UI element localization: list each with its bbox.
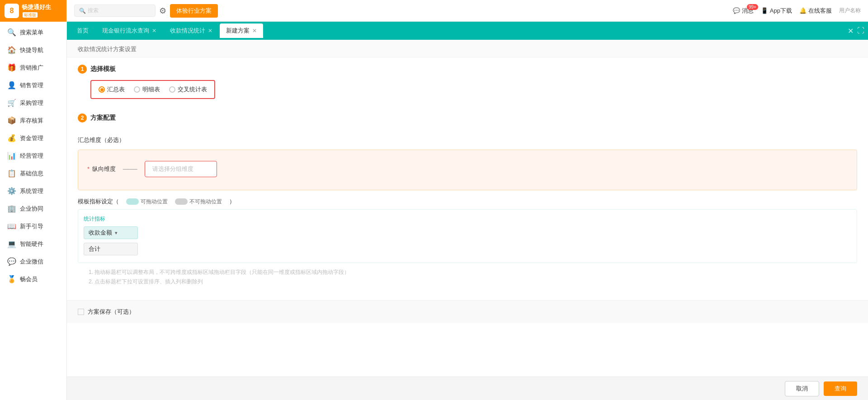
step1-title: 选择模板 xyxy=(90,65,116,73)
tab-receipt-stats-close[interactable]: ✕ xyxy=(208,28,212,34)
sidebar-item-finance[interactable]: 💰 资金管理 xyxy=(0,129,66,147)
content-area: 收款情况统计方案设置 1 选择模板 汇总表 明 xyxy=(67,40,868,400)
cancel-button[interactable]: 取消 xyxy=(785,381,819,396)
sidebar-item-quick-nav[interactable]: 🏠 快捷导航 xyxy=(0,41,66,59)
message-area[interactable]: 💬 消息 99+ xyxy=(733,7,754,15)
tab-receipt-stats[interactable]: 收款情况统计 ✕ xyxy=(164,24,219,38)
sidebar-item-search[interactable]: 🔍 搜索菜单 xyxy=(0,24,66,41)
template-cross[interactable]: 交叉统计表 xyxy=(169,85,207,94)
tab-new-plan[interactable]: 新建方案 ✕ xyxy=(220,24,263,38)
person-icon: 👤 xyxy=(7,81,16,89)
radio-detail-circle xyxy=(134,86,140,93)
header-settings-icon[interactable]: ⚙ xyxy=(159,6,166,16)
trial-industry-button[interactable]: 体验行业方案 xyxy=(170,4,218,18)
logo-badge: 标准版 xyxy=(23,12,38,18)
save-checkbox[interactable] xyxy=(78,309,84,315)
download-icon: 📱 xyxy=(761,7,768,14)
sidebar-item-label: 库存核算 xyxy=(20,117,43,125)
tab-home[interactable]: 首页 xyxy=(71,24,95,38)
sidebar-item-hardware[interactable]: 💻 智能硬件 xyxy=(0,235,66,253)
dimension-area: * 纵向维度 —— 请选择分组维度 xyxy=(78,150,857,190)
draggable-label: 可拖动位置 xyxy=(141,198,168,206)
sidebar-item-inventory[interactable]: 📦 库存核算 xyxy=(0,112,66,129)
tab-bar-right: ✕ ⛶ xyxy=(848,27,864,35)
sidebar-item-operation[interactable]: 📊 经营管理 xyxy=(0,147,66,165)
sidebar-item-label: 企业协同 xyxy=(20,205,43,213)
sidebar-item-label: 畅会员 xyxy=(20,275,38,283)
template-detail[interactable]: 明细表 xyxy=(134,85,160,94)
sidebar-item-label: 搜索菜单 xyxy=(20,28,43,37)
sidebar-logo: 8 畅捷通好生 标准版 xyxy=(0,0,66,22)
step2-title: 方案配置 xyxy=(90,114,116,122)
online-service-label: 在线客服 xyxy=(808,7,832,15)
sidebar-item-label: 快捷导航 xyxy=(20,46,43,54)
book-icon: 📖 xyxy=(7,222,16,231)
sidebar-item-label: 企业微信 xyxy=(20,258,43,266)
tab-cash-query-label: 现金银行流水查询 xyxy=(102,27,149,35)
sidebar-item-label: 采购管理 xyxy=(20,99,43,107)
box-icon: 📦 xyxy=(7,116,16,125)
metrics-container: 统计指标 收款金额 ▾ 合计 xyxy=(78,209,857,263)
template-summary[interactable]: 汇总表 xyxy=(99,85,125,94)
sidebar-nav: 🔍 搜索菜单 🏠 快捷导航 🎁 营销推广 👤 销售管理 🛒 采购管理 📦 库存核… xyxy=(0,22,66,400)
metrics-section-end: ） xyxy=(229,198,235,206)
header-search-bar[interactable]: 🔍 搜索 xyxy=(74,5,156,17)
tab-receipt-stats-label: 收款情况统计 xyxy=(170,27,205,35)
save-label: 方案保存（可选） xyxy=(88,308,135,316)
template-select-row: 汇总表 明细表 交叉统计表 xyxy=(90,80,215,99)
home-icon: 🏠 xyxy=(7,46,16,54)
not-draggable-badge: 不可拖动位置 xyxy=(175,198,222,206)
online-service[interactable]: 🔔 在线客服 xyxy=(799,7,832,15)
dimension-arrow: —— xyxy=(123,165,137,173)
draggable-badge: 可拖动位置 xyxy=(126,198,168,206)
sidebar-item-wechat[interactable]: 💬 企业微信 xyxy=(0,253,66,270)
sidebar-item-guide[interactable]: 📖 新手引导 xyxy=(0,217,66,235)
query-button[interactable]: 查询 xyxy=(824,381,857,396)
chat-icon: 💬 xyxy=(7,257,16,266)
sidebar-item-system[interactable]: ⚙️ 系统管理 xyxy=(0,182,66,200)
step1-section: 1 选择模板 汇总表 明细表 xyxy=(67,57,868,106)
maximize-window-icon[interactable]: ⛶ xyxy=(857,27,864,35)
radio-cross-circle xyxy=(169,86,175,93)
sidebar-item-marketing[interactable]: 🎁 营销推广 xyxy=(0,59,66,76)
sidebar-item-sales[interactable]: 👤 销售管理 xyxy=(0,76,66,94)
not-draggable-indicator xyxy=(175,198,188,205)
page-title: 收款情况统计方案设置 xyxy=(78,46,137,52)
logo-text: 畅捷通好生 xyxy=(22,4,51,11)
metric-tag-receipt[interactable]: 收款金额 ▾ xyxy=(84,226,138,239)
money-icon: 💰 xyxy=(7,134,16,142)
sidebar-item-basic[interactable]: 📋 基础信息 xyxy=(0,165,66,182)
sidebar-item-purchase[interactable]: 🛒 采购管理 xyxy=(0,94,66,112)
step1-label: 1 选择模板 xyxy=(78,65,857,74)
dimension-row: * 纵向维度 —— 请选择分组维度 xyxy=(87,161,848,177)
close-window-icon[interactable]: ✕ xyxy=(848,27,854,35)
user-name: 用户名称 xyxy=(839,7,861,14)
service-icon: 🔔 xyxy=(799,7,807,14)
dimension-select-box[interactable]: 请选择分组维度 xyxy=(145,161,217,177)
save-row: 方案保存（可选） xyxy=(67,300,868,323)
cart-icon: 🛒 xyxy=(7,99,16,107)
tab-cash-query-close[interactable]: ✕ xyxy=(152,28,156,34)
metrics-group-label: 统计指标 xyxy=(84,215,851,223)
metrics-header: 模板指标设定（ 可拖动位置 不可拖动位置 ） xyxy=(78,198,857,206)
sidebar-item-corp[interactable]: 🏢 企业协同 xyxy=(0,200,66,217)
sidebar: 8 畅捷通好生 标准版 🔍 搜索菜单 🏠 快捷导航 🎁 营销推广 👤 销售管理 … xyxy=(0,0,67,400)
gear-icon: ⚙️ xyxy=(7,187,16,195)
gift-icon: 🎁 xyxy=(7,63,16,72)
tab-new-plan-close[interactable]: ✕ xyxy=(252,28,257,34)
metric-dropdown-icon[interactable]: ▾ xyxy=(115,230,118,236)
tab-cash-query[interactable]: 现金银行流水查询 ✕ xyxy=(96,24,163,38)
hint-2: 2. 点击标题栏下拉可设置排序、插入列和删除列 xyxy=(89,278,846,286)
template-detail-label: 明细表 xyxy=(142,85,160,94)
step1-number: 1 xyxy=(78,65,87,74)
sidebar-item-label: 经营管理 xyxy=(20,152,43,160)
sidebar-item-member[interactable]: 🏅 畅会员 xyxy=(0,270,66,288)
sidebar-item-label: 基础信息 xyxy=(20,169,43,178)
metric-row-label: 合计 xyxy=(89,245,100,253)
tab-bar: 首页 现金银行流水查询 ✕ 收款情况统计 ✕ 新建方案 ✕ ✕ ⛶ xyxy=(67,22,868,40)
app-download[interactable]: 📱 App下载 xyxy=(761,7,792,15)
app-download-label: App下载 xyxy=(770,7,792,15)
sidebar-item-label: 新手引导 xyxy=(20,222,43,231)
sidebar-item-label: 资金管理 xyxy=(20,134,43,142)
building-icon: 🏢 xyxy=(7,204,16,213)
